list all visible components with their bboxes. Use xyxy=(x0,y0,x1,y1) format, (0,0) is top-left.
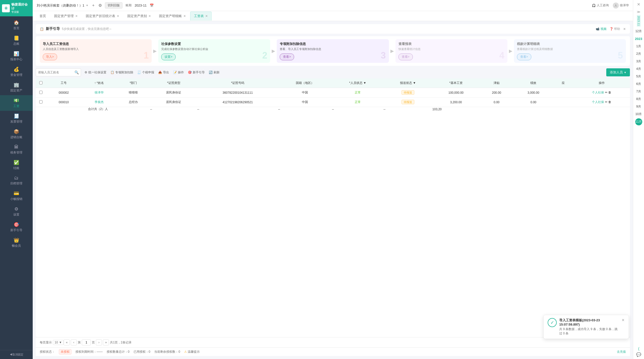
step-desc-3: 快速查看统计信息 xyxy=(398,47,504,51)
right-panel: ✕ ≫ 2023.11 12月20231月2月3月4月5月6月7月8月9月10月… xyxy=(633,0,644,359)
toolbar-personal-tax[interactable]: 🧾个税申报 xyxy=(136,68,156,76)
month-item-5[interactable]: 5月 xyxy=(634,73,643,80)
ai-consult-btn[interactable]: 🎧 人工咨询 xyxy=(592,3,609,8)
page-size-dropdown[interactable]: 10 ▼ xyxy=(53,340,64,345)
sidebar-item-inventory[interactable]: 📦进销台账 xyxy=(0,126,33,142)
guide-title: 新手引导 xyxy=(46,27,60,31)
tab-asset-depreciation[interactable]: 固定资产折旧统计表✕ xyxy=(82,12,123,21)
tab-close-asset-detail[interactable]: ✕ xyxy=(183,14,186,18)
row-name-0[interactable]: 徐泽华 xyxy=(82,88,116,97)
tab-close-asset-mgmt[interactable]: ✕ xyxy=(75,14,78,18)
panel-expand-btn[interactable]: ≫ xyxy=(637,10,640,14)
nav-label-invoice: 发票管理 xyxy=(10,120,22,124)
sidebar-item-archive[interactable]: 🗂归档管理 xyxy=(0,173,33,188)
toolbar-social-insurance[interactable]: ⚙统一社保设置 xyxy=(83,68,108,76)
month-item-7[interactable]: 7月 xyxy=(634,88,643,95)
sidebar-item-home[interactable]: 🏠首页 xyxy=(0,17,33,33)
add-person-btn[interactable]: 添加人员 ▼ xyxy=(606,68,630,76)
page-size-label: 每页显示 xyxy=(40,340,52,345)
select-all-checkbox[interactable] xyxy=(39,81,43,84)
nav-label-member: 畅会员 xyxy=(12,244,21,248)
page-input[interactable] xyxy=(82,339,91,345)
search-input[interactable] xyxy=(38,71,74,74)
user-info[interactable]: 人 徐泽华 xyxy=(613,3,629,9)
employee-link-1[interactable]: 李俊杰 xyxy=(95,100,104,104)
nav-icon-fund: 💰 xyxy=(14,67,19,72)
month-item-11[interactable]: 11月 xyxy=(635,118,642,125)
sidebar-item-guide[interactable]: 🎯新手引导 xyxy=(0,219,33,235)
tab-close-payroll-table[interactable]: ✕ xyxy=(205,14,208,18)
step-btn-0[interactable]: 导入> xyxy=(43,54,57,60)
nav-icon-member: 👑 xyxy=(14,237,19,243)
sidebar-item-fund[interactable]: 💰资金管理 xyxy=(0,64,33,80)
tab-home[interactable]: 首页 xyxy=(36,12,50,21)
tab-asset-category[interactable]: 固定资产类别✕ xyxy=(124,12,155,21)
toolbar-guide-action[interactable]: 🎯新手引导 xyxy=(186,68,206,76)
tab-asset-mgmt[interactable]: 固定资产管理✕ xyxy=(50,12,82,21)
panel-close-btn[interactable]: ✕ xyxy=(637,2,640,7)
settings-icon[interactable]: ⚙ xyxy=(98,3,102,8)
sidebar-item-report[interactable]: 📊报表中心 xyxy=(0,48,33,64)
nav-icon-home: 🏠 xyxy=(14,20,19,25)
step-btn-4[interactable]: 查看> xyxy=(517,54,531,60)
cancel-fixed-btn[interactable]: ◀取消固定 xyxy=(3,353,30,356)
tab-close-asset-category[interactable]: ✕ xyxy=(148,14,151,18)
step-btn-3[interactable]: 查看> xyxy=(398,54,413,60)
sidebar-item-settle[interactable]: ✅结账 xyxy=(0,157,33,173)
row-name-1[interactable]: 李俊杰 xyxy=(82,97,116,107)
guide-help-link[interactable]: ❓ 帮助 xyxy=(610,27,620,31)
row-operation-1[interactable]: 个人社保 ✏ 🗑 xyxy=(573,97,630,107)
expand-arrow-btn[interactable]: ⟨ xyxy=(638,346,639,351)
prev-page-btn[interactable]: ‹ xyxy=(71,339,77,345)
sidebar-item-member[interactable]: 👑畅会员 xyxy=(0,235,33,250)
sidebar-item-tax[interactable]: 🏛税务管理 xyxy=(0,142,33,157)
toast-desc: 共 9 条数据，成功导入 9 条，失败 0 条，跳过 0 条 xyxy=(559,327,619,336)
switch-version-btn[interactable]: 切到旧版 xyxy=(105,2,123,9)
step-btn-1[interactable]: 设置> xyxy=(161,54,176,60)
step-5: 税款计算明细表 查看税款计算过程及明细数据 查看> 5 xyxy=(514,39,626,63)
month-item-9[interactable]: 9月 xyxy=(634,103,643,110)
sidebar-item-invoice[interactable]: 🧾发票管理 xyxy=(0,111,33,126)
sidebar-item-payroll[interactable]: 💵工资 xyxy=(0,95,33,111)
month-item-6[interactable]: 6月 xyxy=(634,81,643,88)
tab-asset-detail[interactable]: 固定资产明细账✕ xyxy=(155,12,190,21)
nav-icon-invoice: 🧾 xyxy=(14,113,19,119)
sidebar-item-asset[interactable]: 🏢固定资产 xyxy=(0,80,33,95)
toolbar-add-deduction[interactable]: 📋专项附加扣除 xyxy=(109,68,135,76)
step-btn-2[interactable]: 查看> xyxy=(280,54,294,60)
account-selector[interactable]: 刘小艳演示账套（勿删勿动！）1 ▼ xyxy=(37,3,88,8)
row-checkbox-0[interactable] xyxy=(36,88,46,97)
calendar-icon[interactable]: 📅 xyxy=(150,4,154,7)
first-page-btn[interactable]: « xyxy=(64,339,70,345)
month-item-12[interactable]: 12月 xyxy=(634,28,643,35)
tab-close-asset-depreciation[interactable]: ✕ xyxy=(117,14,119,18)
last-page-btn[interactable]: » xyxy=(103,339,109,345)
month-item-8[interactable]: 8月 xyxy=(634,96,643,103)
row-checkbox-1[interactable] xyxy=(36,97,46,107)
employee-link-0[interactable]: 徐泽华 xyxy=(95,91,104,94)
select-all-header[interactable] xyxy=(36,78,46,88)
sidebar-item-expense[interactable]: 💳小畅报销 xyxy=(0,188,33,204)
month-item-1[interactable]: 1月 xyxy=(634,43,643,50)
recharge-link[interactable]: 去充值 xyxy=(617,350,626,354)
tab-payroll-table[interactable]: 工资表✕ xyxy=(190,12,212,21)
month-item-3[interactable]: 3月 xyxy=(634,58,643,65)
toolbar-refresh[interactable]: 🔄刷新 xyxy=(207,68,221,76)
sidebar-item-settings[interactable]: ⚙设置 xyxy=(0,204,33,219)
month-item-10[interactable]: 10月 xyxy=(634,111,643,118)
month-item-4[interactable]: 4月 xyxy=(634,66,643,73)
add-account-icon[interactable]: ＋ xyxy=(91,3,95,8)
month-item-2[interactable]: 2月 xyxy=(634,50,643,58)
tab-label-payroll-table: 工资表 xyxy=(194,14,204,18)
toolbar-more[interactable]: 📝操作 xyxy=(172,68,185,76)
next-page-btn[interactable]: › xyxy=(96,339,102,345)
row-operation-0[interactable]: 个人社保 ✏ 🗑 xyxy=(573,88,630,97)
toast-title: 导入工资表模板(2023-03-23 15:07:59.897) xyxy=(559,318,619,326)
guide-video-link[interactable]: 📹 视频 xyxy=(596,27,606,31)
toolbar-export[interactable]: 📤导出 xyxy=(157,68,171,76)
nav-label-settle: 结账 xyxy=(13,166,19,170)
guide-close-btn[interactable]: ✕ xyxy=(623,27,626,31)
feedback-btn[interactable]: 💬 xyxy=(636,352,641,357)
toast-close-btn[interactable]: ✕ xyxy=(622,318,625,322)
sidebar-item-ledger[interactable]: 📒总账 xyxy=(0,33,33,48)
